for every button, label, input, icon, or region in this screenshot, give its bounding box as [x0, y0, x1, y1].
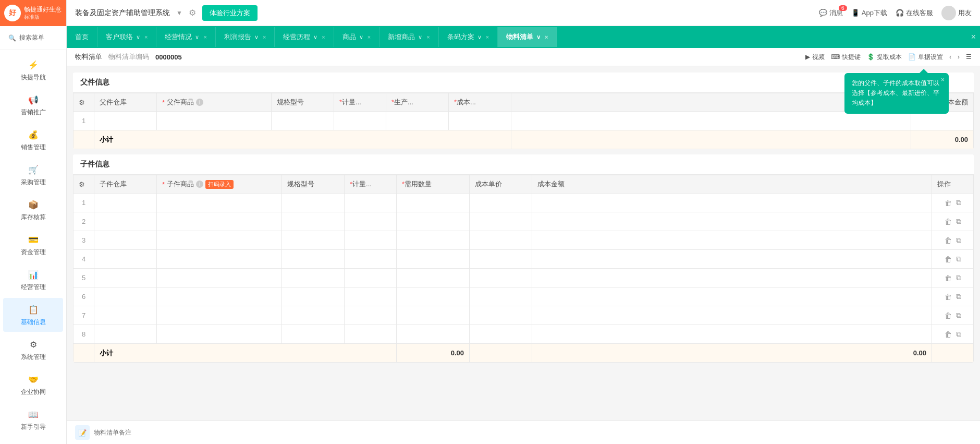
child-qty-4[interactable]: [397, 250, 470, 269]
tab-close-bom[interactable]: ×: [545, 34, 548, 40]
sidebar-item-operations[interactable]: 📊 经营管理: [3, 263, 63, 297]
tab-close-operation[interactable]: ×: [203, 34, 206, 40]
nav-tab-operation[interactable]: 经营情况∨×: [156, 27, 215, 47]
tab-close-new_goods[interactable]: ×: [426, 34, 430, 40]
parent-prod-cell[interactable]: [386, 112, 449, 130]
child-goods-3[interactable]: [157, 231, 282, 250]
nav-tab-bom[interactable]: 物料清单∨×: [498, 27, 557, 47]
delete-icon-5[interactable]: 🗑: [945, 274, 952, 282]
child-goods-2[interactable]: [157, 212, 282, 231]
tab-arrow-operation[interactable]: ∨: [195, 34, 199, 41]
sidebar-item-purchase[interactable]: 🛒 采购管理: [3, 158, 63, 192]
delete-icon-8[interactable]: 🗑: [945, 330, 952, 339]
nav-tab-goods[interactable]: 商品∨×: [334, 27, 379, 47]
trial-button[interactable]: 体验行业方案: [202, 5, 258, 21]
child-qty-2[interactable]: [397, 212, 470, 231]
tab-arrow-barcode[interactable]: ∨: [477, 34, 482, 41]
tab-close-goods[interactable]: ×: [368, 34, 371, 40]
child-qty-7[interactable]: [397, 306, 470, 325]
child-unit-8[interactable]: [345, 325, 397, 344]
child-qty-8[interactable]: [397, 325, 470, 344]
nav-tab-history[interactable]: 经营历程∨×: [275, 27, 334, 47]
tab-arrow-new_goods[interactable]: ∨: [418, 34, 422, 41]
child-qty-3[interactable]: [397, 231, 470, 250]
child-unit-cost-1[interactable]: [470, 194, 532, 212]
child-col-gear[interactable]: ⚙: [74, 175, 94, 194]
child-qty-6[interactable]: [397, 287, 470, 306]
copy-icon-7[interactable]: ⧉: [956, 311, 961, 320]
parent-goods-cell[interactable]: [157, 112, 272, 130]
copy-icon-4[interactable]: ⧉: [956, 255, 961, 263]
app-download-item[interactable]: 📱 App下载: [851, 8, 887, 18]
sidebar-item-system[interactable]: ⚙ 系统管理: [3, 333, 63, 367]
child-unit-1[interactable]: [345, 194, 397, 212]
child-warehouse-7[interactable]: [94, 306, 157, 325]
copy-icon-5[interactable]: ⧉: [956, 273, 961, 282]
delete-icon-1[interactable]: 🗑: [945, 199, 952, 207]
search-menu-button[interactable]: 🔍 搜索菜单: [4, 30, 62, 45]
tab-close-barcode[interactable]: ×: [486, 34, 489, 40]
child-goods-1[interactable]: [157, 194, 282, 212]
child-goods-7[interactable]: [157, 306, 282, 325]
parent-unit-cell[interactable]: [334, 112, 386, 130]
child-warehouse-6[interactable]: [94, 287, 157, 306]
child-unit-cost-7[interactable]: [470, 306, 532, 325]
sidebar-item-marketing[interactable]: 📢 营销推广: [3, 88, 63, 122]
doc-settings-action[interactable]: 📄 单据设置: [908, 53, 943, 62]
nav-tab-profit[interactable]: 利润报告∨×: [216, 27, 275, 47]
nav-tab-barcode[interactable]: 条码方案∨×: [439, 27, 498, 47]
child-goods-info-icon[interactable]: i: [196, 181, 203, 188]
child-unit-7[interactable]: [345, 306, 397, 325]
child-warehouse-2[interactable]: [94, 212, 157, 231]
online-service-item[interactable]: 🎧 在线客服: [896, 8, 933, 18]
shortcut-action[interactable]: ⌨ 快捷键: [831, 53, 861, 62]
child-unit-cost-3[interactable]: [470, 231, 532, 250]
child-unit-cost-5[interactable]: [470, 269, 532, 287]
tab-arrow-customer[interactable]: ∨: [136, 34, 140, 41]
child-spec-6[interactable]: [282, 287, 345, 306]
parent-cost-cell[interactable]: [449, 112, 511, 130]
messages-item[interactable]: 💬 消息 6: [819, 8, 843, 18]
child-qty-5[interactable]: [397, 269, 470, 287]
video-action[interactable]: ▶ 视频: [805, 53, 825, 62]
sidebar-item-enterprise[interactable]: 🤝 企业协同: [3, 368, 63, 402]
tab-arrow-goods[interactable]: ∨: [359, 34, 363, 41]
tab-arrow-bom[interactable]: ∨: [536, 34, 541, 41]
child-goods-6[interactable]: [157, 287, 282, 306]
child-unit-cost-8[interactable]: [470, 325, 532, 344]
sidebar-item-quick-nav[interactable]: ⚡ 快捷导航: [3, 53, 63, 87]
nav-tab-home[interactable]: 首页: [67, 27, 97, 47]
parent-goods-info-icon[interactable]: i: [196, 99, 203, 106]
child-warehouse-4[interactable]: [94, 250, 157, 269]
sidebar-item-sales[interactable]: 💰 销售管理: [3, 123, 63, 157]
nav-prev-action[interactable]: ‹: [949, 53, 951, 61]
child-spec-1[interactable]: [282, 194, 345, 212]
tab-close-customer[interactable]: ×: [144, 34, 148, 40]
tab-close-profit[interactable]: ×: [263, 34, 266, 40]
tooltip-close-button[interactable]: ×: [941, 75, 945, 85]
copy-icon-8[interactable]: ⧉: [956, 330, 961, 339]
sidebar-item-basic-info[interactable]: 📋 基础信息: [3, 298, 63, 332]
delete-icon-7[interactable]: 🗑: [945, 311, 952, 320]
child-unit-cost-4[interactable]: [470, 250, 532, 269]
nav-next-action[interactable]: ›: [958, 53, 960, 61]
child-spec-5[interactable]: [282, 269, 345, 287]
delete-icon-6[interactable]: 🗑: [945, 293, 952, 301]
parent-col-gear[interactable]: ⚙: [74, 93, 94, 112]
child-unit-6[interactable]: [345, 287, 397, 306]
child-spec-7[interactable]: [282, 306, 345, 325]
child-goods-8[interactable]: [157, 325, 282, 344]
extract-cost-action[interactable]: 💲 提取成本: [867, 53, 902, 62]
tab-close-history[interactable]: ×: [322, 34, 325, 40]
sidebar-item-guide[interactable]: 📖 新手引导: [3, 403, 63, 437]
child-spec-8[interactable]: [282, 325, 345, 344]
delete-icon-3[interactable]: 🗑: [945, 236, 952, 245]
child-warehouse-3[interactable]: [94, 231, 157, 250]
tab-arrow-history[interactable]: ∨: [313, 34, 317, 41]
delete-icon-4[interactable]: 🗑: [945, 255, 952, 263]
delete-icon-2[interactable]: 🗑: [945, 218, 952, 226]
sidebar-item-inventory[interactable]: 📦 库存核算: [3, 193, 63, 227]
child-spec-4[interactable]: [282, 250, 345, 269]
child-unit-5[interactable]: [345, 269, 397, 287]
child-goods-4[interactable]: [157, 250, 282, 269]
